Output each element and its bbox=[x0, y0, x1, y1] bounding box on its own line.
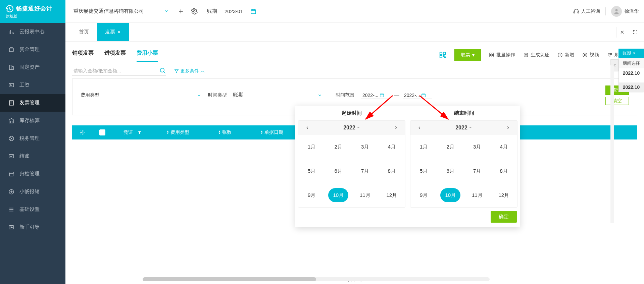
month-label: 6月 bbox=[335, 159, 342, 183]
month-cell[interactable]: 2月 bbox=[437, 135, 464, 159]
clear-button[interactable]: 清空 bbox=[605, 97, 629, 105]
gen-voucher-label: 生成凭证 bbox=[531, 52, 549, 58]
month-cell[interactable]: 10月 bbox=[325, 183, 352, 207]
close-all-tabs-button[interactable] bbox=[616, 27, 627, 38]
month-cell[interactable]: 9月 bbox=[410, 183, 437, 207]
subtab-expense-receipt[interactable]: 费用小票 bbox=[137, 47, 158, 62]
month-cell[interactable]: 1月 bbox=[298, 135, 325, 159]
month-cell[interactable]: 7月 bbox=[352, 159, 379, 183]
sidebar-item-settings[interactable]: 基础设置 bbox=[0, 201, 65, 218]
svg-rect-14 bbox=[574, 11, 575, 13]
month-cell[interactable]: 12月 bbox=[491, 183, 517, 207]
month-cell[interactable]: 9月 bbox=[298, 183, 325, 207]
expense-type-select[interactable] bbox=[115, 92, 201, 99]
add-company-button[interactable] bbox=[177, 7, 185, 15]
sidebar-item-inventory[interactable]: 库存核算 bbox=[0, 112, 65, 129]
month-cell[interactable]: 11月 bbox=[464, 183, 491, 207]
period-range-indicator: │ bbox=[619, 78, 644, 82]
sidebar-item-salary[interactable]: 工资 bbox=[0, 76, 65, 94]
month-cell[interactable]: 11月 bbox=[352, 183, 379, 207]
period-panel-tag[interactable]: 账期 ▼ bbox=[618, 49, 644, 58]
fullscreen-button[interactable] bbox=[630, 27, 641, 38]
month-cell[interactable]: 1月 bbox=[410, 135, 437, 159]
sidebar-item-guide[interactable]: 新手引导 bbox=[0, 218, 65, 236]
next-year-button[interactable] bbox=[392, 124, 400, 131]
start-date-field[interactable]: 2022-... bbox=[361, 92, 391, 99]
calendar-icon bbox=[421, 93, 426, 98]
month-cell[interactable]: 7月 bbox=[464, 159, 491, 183]
month-cell[interactable]: 10月 bbox=[437, 183, 464, 207]
gen-voucher-button[interactable]: 生成凭证 bbox=[523, 52, 549, 58]
sidebar-item-archive[interactable]: 归档管理 bbox=[0, 165, 65, 183]
qr-icon[interactable] bbox=[439, 51, 446, 59]
video-button[interactable]: 视频 bbox=[582, 52, 599, 58]
month-cell[interactable]: 4月 bbox=[379, 135, 405, 159]
grid-col-voucher[interactable]: 凭证 bbox=[112, 129, 153, 135]
chevron-down-icon bbox=[164, 9, 169, 13]
sidebar-item-label: 结账 bbox=[19, 153, 30, 159]
consult-button[interactable]: 人工咨询 bbox=[573, 8, 600, 14]
period-calendar-button[interactable] bbox=[250, 8, 256, 14]
month-cell[interactable]: 12月 bbox=[379, 183, 405, 207]
company-settings-button[interactable] bbox=[190, 7, 198, 15]
subtab-input-invoice[interactable]: 进项发票 bbox=[104, 47, 126, 62]
month-cell[interactable]: 2月 bbox=[325, 135, 352, 159]
divider bbox=[605, 7, 606, 15]
sidebar-item-expense-app[interactable]: 小畅报销 bbox=[0, 183, 65, 201]
month-cell[interactable]: 6月 bbox=[437, 159, 464, 183]
new-button[interactable]: 新增 bbox=[557, 52, 574, 58]
horizontal-scrollbar[interactable] bbox=[143, 277, 490, 281]
qupiao-button[interactable]: 取票 ▾ bbox=[454, 49, 481, 61]
grid-col-expense-type[interactable]: ▲▼ 费用类型 bbox=[153, 129, 203, 135]
close-icon[interactable]: ✕ bbox=[117, 30, 121, 35]
time-type-select[interactable]: 账期 bbox=[233, 90, 322, 100]
prev-year-button[interactable] bbox=[415, 124, 424, 131]
sidebar-item-invoice[interactable]: 发票管理 bbox=[0, 94, 65, 112]
sidebar-item-cloud-report[interactable]: 云报表中心 bbox=[0, 23, 65, 41]
month-cell[interactable]: 3月 bbox=[464, 135, 491, 159]
sidebar-item-tax[interactable]: 税务管理 bbox=[0, 129, 65, 147]
tab-home[interactable]: 首页 bbox=[71, 23, 97, 41]
svg-point-30 bbox=[160, 68, 164, 72]
search-icon[interactable] bbox=[159, 67, 166, 74]
grid-col-count[interactable]: ▲▼ 张数 bbox=[203, 129, 247, 135]
end-date-field[interactable]: 2022-... bbox=[403, 92, 432, 99]
grid-col-doc-date[interactable]: ▲▼ 单据日期 bbox=[247, 129, 297, 135]
period-option[interactable]: 2022.10 bbox=[619, 82, 644, 92]
fund-icon bbox=[8, 46, 15, 53]
month-cell[interactable]: 3月 bbox=[352, 135, 379, 159]
start-date-value: 2022-... bbox=[362, 93, 378, 98]
search-field[interactable] bbox=[72, 66, 166, 76]
month-cell[interactable]: 6月 bbox=[325, 159, 352, 183]
vertical-scrollbar[interactable] bbox=[610, 65, 614, 223]
logo-area[interactable]: 畅捷通好会计 旗舰版 bbox=[0, 0, 65, 23]
subtab-output-invoice[interactable]: 销项发票 bbox=[72, 47, 94, 62]
company-select[interactable]: 重庆畅捷交通信息咨询有限公司 bbox=[71, 7, 171, 16]
user-menu[interactable]: 徐泽华 bbox=[611, 6, 639, 17]
month-label: 5月 bbox=[420, 159, 428, 183]
grid-settings-header[interactable] bbox=[72, 130, 92, 135]
prev-year-button[interactable] bbox=[303, 124, 312, 131]
month-label: 7月 bbox=[361, 159, 369, 183]
confirm-button[interactable]: 确定 bbox=[491, 211, 517, 223]
scrollbar-thumb[interactable] bbox=[143, 277, 316, 281]
month-cell[interactable]: 8月 bbox=[491, 159, 517, 183]
more-conditions-toggle[interactable]: 更多条件 ︿ bbox=[174, 68, 205, 74]
month-cell[interactable]: 5月 bbox=[298, 159, 325, 183]
batch-action-button[interactable]: 批量操作 bbox=[489, 52, 515, 58]
next-year-button[interactable] bbox=[504, 124, 512, 131]
grid-checkbox-header[interactable] bbox=[92, 129, 112, 135]
tab-invoice[interactable]: 发票 ✕ bbox=[97, 23, 129, 41]
month-label: 4月 bbox=[500, 135, 508, 159]
sidebar-item-closing[interactable]: 结账 bbox=[0, 147, 65, 165]
year-selector[interactable]: 2022 ﹀ bbox=[343, 125, 360, 131]
sidebar-item-fund[interactable]: 资金管理 bbox=[0, 41, 65, 58]
period-option[interactable]: 2022.10 bbox=[619, 68, 644, 78]
sidebar-item-fixed-asset[interactable]: 固定资产 bbox=[0, 58, 65, 76]
month-cell[interactable]: 4月 bbox=[491, 135, 517, 159]
search-input[interactable] bbox=[72, 66, 159, 75]
year-selector[interactable]: 2022 ﹀ bbox=[455, 125, 472, 131]
month-cell[interactable]: 8月 bbox=[379, 159, 405, 183]
month-cell[interactable]: 5月 bbox=[410, 159, 437, 183]
svg-rect-22 bbox=[490, 53, 491, 55]
